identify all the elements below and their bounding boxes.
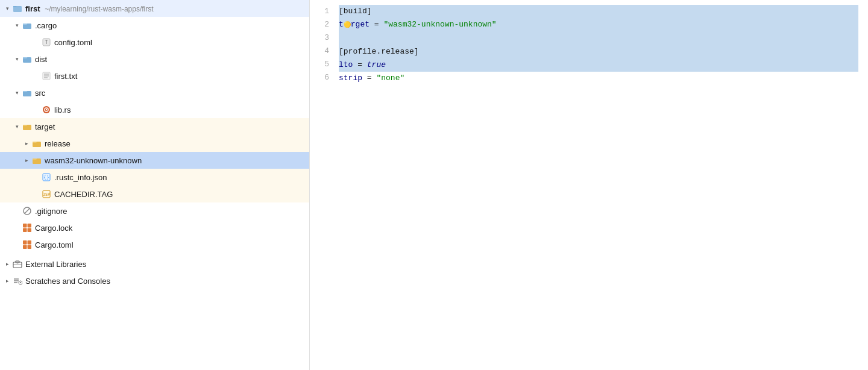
svg-text:T: T <box>45 40 48 45</box>
file-tree-panel[interactable]: first ~/mylearning/rust-wasm-apps/first … <box>0 0 310 370</box>
wasm32-label: wasm32-unknown-unknown <box>45 156 142 165</box>
svg-rect-27 <box>28 240 32 245</box>
config-toml-icon: T <box>41 37 52 48</box>
first-txt-label: first.txt <box>54 72 77 81</box>
sidebar-item-external-libraries[interactable]: External Libraries <box>0 256 309 272</box>
gitignore-label: .gitignore <box>35 207 67 216</box>
svg-point-38 <box>20 282 21 283</box>
root-chevron[interactable] <box>2 4 12 13</box>
config-toml-label: config.toml <box>54 38 92 47</box>
gitignore-icon <box>22 205 33 216</box>
line-num-2: 2 <box>310 18 329 31</box>
line-numbers: 1 2 3 4 5 6 <box>310 5 339 365</box>
first-txt-icon <box>41 71 52 81</box>
rustc-info-label: .rustc_info.json <box>54 173 107 182</box>
svg-rect-28 <box>23 245 27 249</box>
svg-rect-23 <box>28 224 32 228</box>
external-libs-icon <box>12 259 23 269</box>
release-chevron[interactable] <box>22 139 31 148</box>
sidebar-item-cargo-lock[interactable]: Cargo.lock <box>0 219 309 236</box>
sidebar-item-cachedir[interactable]: JSP CACHEDIR.TAG <box>0 186 309 202</box>
sidebar-item-rustc-info[interactable]: {} .rustc_info.json <box>0 169 309 186</box>
sidebar-item-cargo-toml[interactable]: Cargo.toml <box>0 236 309 253</box>
sidebar-item-scratches[interactable]: Scratches and Consoles <box>0 272 309 289</box>
rustc-info-icon: {} <box>41 172 52 183</box>
code-line-4: [profile.release] <box>339 45 858 58</box>
lib-rs-label: lib.rs <box>54 105 71 114</box>
svg-rect-29 <box>28 245 32 249</box>
svg-rect-26 <box>23 240 27 245</box>
cargo-folder-icon <box>22 20 33 31</box>
src-folder-icon <box>22 87 33 98</box>
svg-text:JSP: JSP <box>43 192 50 197</box>
editor-content[interactable]: 1 2 3 4 5 6 [build] t🟡rget = "wasm32-unk… <box>310 0 868 370</box>
sidebar-item-dist[interactable]: dist <box>0 51 309 67</box>
target-label: target <box>35 122 55 131</box>
sidebar-item-first-txt[interactable]: first.txt <box>0 67 309 84</box>
external-libs-chevron[interactable] <box>2 259 12 269</box>
code-editor: 1 2 3 4 5 6 [build] t🟡rget = "wasm32-unk… <box>310 0 868 370</box>
sidebar-item-config-toml[interactable]: T config.toml <box>0 34 309 51</box>
dist-chevron[interactable] <box>12 54 22 64</box>
tree-root[interactable]: first ~/mylearning/rust-wasm-apps/first <box>0 0 309 17</box>
line-num-5: 5 <box>310 58 329 71</box>
cargo-chevron[interactable] <box>12 20 22 30</box>
sidebar-item-lib-rs[interactable]: lib.rs <box>0 101 309 118</box>
scratches-label: Scratches and Consoles <box>25 277 110 286</box>
root-label: first ~/mylearning/rust-wasm-apps/first <box>25 4 154 13</box>
root-folder-icon <box>12 3 23 14</box>
sidebar-item-release[interactable]: release <box>0 135 309 152</box>
target-chevron[interactable] <box>12 122 22 131</box>
cachedir-label: CACHEDIR.TAG <box>54 190 113 199</box>
dist-label: dist <box>35 55 47 64</box>
scratches-chevron[interactable] <box>2 276 12 286</box>
target-folder-icon <box>22 121 33 132</box>
line-num-4: 4 <box>310 45 329 58</box>
line-num-3: 3 <box>310 31 329 45</box>
release-label: release <box>45 139 71 148</box>
src-chevron[interactable] <box>12 88 22 98</box>
cargo-toml-label: Cargo.toml <box>35 240 74 249</box>
cargo-toml-icon <box>22 239 33 250</box>
code-line-6: strip = "none" <box>339 72 858 85</box>
svg-rect-25 <box>28 228 32 233</box>
svg-text:{}: {} <box>43 175 49 180</box>
svg-line-21 <box>25 209 30 213</box>
wasm32-folder-icon <box>31 155 42 166</box>
sidebar-item-wasm32[interactable]: wasm32-unknown-unknown <box>0 152 309 169</box>
line-num-6: 6 <box>310 71 329 84</box>
sidebar-item-target[interactable]: target <box>0 118 309 135</box>
external-libraries-label: External Libraries <box>25 260 86 269</box>
cargo-label: .cargo <box>35 21 57 30</box>
svg-point-12 <box>46 109 47 110</box>
release-folder-icon <box>31 138 42 149</box>
src-label: src <box>35 89 45 98</box>
code-line-2: t🟡rget = "wasm32-unknown-unknown" <box>339 18 858 32</box>
code-line-1: [build] <box>339 5 858 18</box>
sidebar-item-src[interactable]: src <box>0 84 309 101</box>
sidebar-item-gitignore[interactable]: .gitignore <box>0 202 309 219</box>
cargo-lock-icon <box>22 222 33 233</box>
line-num-1: 1 <box>310 5 329 18</box>
wasm32-chevron[interactable] <box>22 155 31 165</box>
svg-rect-22 <box>23 224 27 228</box>
code-line-3 <box>339 32 858 45</box>
svg-rect-24 <box>23 228 27 233</box>
code-content[interactable]: [build] t🟡rget = "wasm32-unknown-unknown… <box>339 5 868 365</box>
cargo-lock-label: Cargo.lock <box>35 224 72 233</box>
dist-folder-icon <box>22 54 33 64</box>
lib-rs-icon <box>41 104 52 115</box>
cachedir-icon: JSP <box>41 189 52 199</box>
code-line-5: lto = true <box>339 58 858 72</box>
scratches-icon <box>12 275 23 286</box>
sidebar-item-cargo[interactable]: .cargo <box>0 17 309 34</box>
